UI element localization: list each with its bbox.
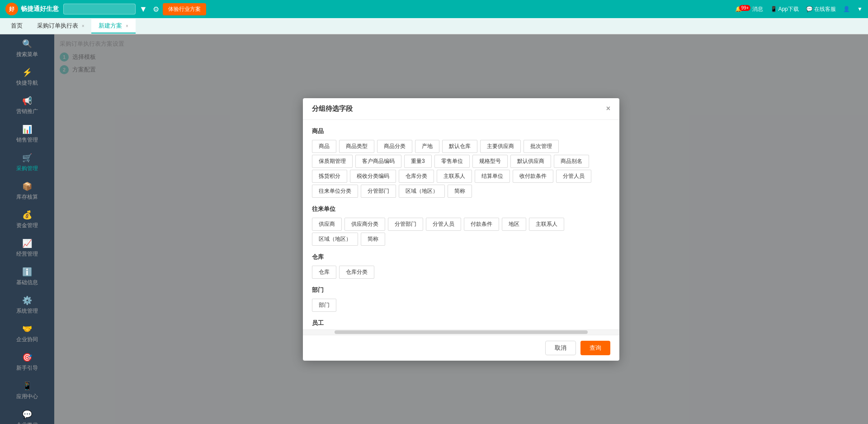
app-name: 畅捷通好生意 bbox=[21, 5, 59, 13]
group-fields-goods-4: 往来单位分类 分管部门 区域（地区） 简称 bbox=[312, 185, 610, 198]
message-action[interactable]: 🔔99+ 消息 bbox=[735, 5, 763, 13]
apps-icon: 📱 bbox=[22, 381, 32, 391]
sidebar-item-basicinfo[interactable]: ℹ️ 基础信息 bbox=[0, 262, 54, 291]
field-tag[interactable]: 仓库 bbox=[312, 266, 336, 279]
modal-body[interactable]: 商品 商品 商品类型 商品分类 产地 默认仓库 主要供应商 批次管理 保质期管理… bbox=[303, 120, 619, 329]
settings-icon[interactable]: ⚙ bbox=[153, 5, 159, 14]
field-selection-modal: 分组待选字段 × 商品 商品 商品类型 商品分类 产地 默认仓库 主要供应商 批… bbox=[303, 98, 619, 361]
guide-icon: 🎯 bbox=[22, 353, 32, 362]
logo-icon: 好 bbox=[5, 3, 18, 15]
field-tag[interactable]: 部门 bbox=[312, 299, 336, 312]
app-download-action[interactable]: 📱 App下载 bbox=[770, 5, 799, 13]
sidebar-item-inventory[interactable]: 📦 库存核算 bbox=[0, 177, 54, 205]
group-title-goods: 商品 bbox=[312, 127, 610, 135]
field-tag[interactable]: 收付款条件 bbox=[513, 170, 553, 183]
sidebar-item-quicknav[interactable]: ⚡ 快捷导航 bbox=[0, 63, 54, 91]
sidebar-label-finance: 资金管理 bbox=[16, 222, 38, 229]
group-title-partner: 往来单位 bbox=[312, 205, 610, 213]
sidebar-item-sales[interactable]: 📊 销售管理 bbox=[0, 120, 54, 148]
field-tag[interactable]: 默认仓库 bbox=[442, 140, 477, 153]
field-tag[interactable]: 商品分类 bbox=[377, 140, 412, 153]
top-actions: 🔔99+ 消息 📱 App下载 💬 在线客服 👤 ▼ bbox=[735, 5, 863, 13]
tab-home[interactable]: 首页 bbox=[4, 19, 30, 33]
field-tag[interactable]: 批次管理 bbox=[524, 140, 559, 153]
top-navigation: 好 畅捷通好生意 ▼ ⚙ 体验行业方案 🔔99+ 消息 📱 App下载 💬 在线… bbox=[0, 0, 868, 18]
tab-bar: 首页 采购订单执行表 × 新建方案 × bbox=[0, 18, 868, 34]
quicknav-icon: ⚡ bbox=[22, 67, 32, 77]
confirm-button[interactable]: 查询 bbox=[580, 341, 610, 355]
field-tag[interactable]: 规格型号 bbox=[472, 155, 508, 168]
field-tag[interactable]: 商品别名 bbox=[554, 155, 589, 168]
field-tag[interactable]: 零售单位 bbox=[434, 155, 470, 168]
field-tag[interactable]: 结算单位 bbox=[475, 170, 510, 183]
field-tag[interactable]: 简称 bbox=[448, 185, 472, 198]
sidebar-item-search[interactable]: 🔍 搜索菜单 bbox=[0, 34, 54, 63]
field-tag[interactable]: 区域（地区） bbox=[399, 185, 445, 198]
field-tag[interactable]: 地区 bbox=[502, 218, 526, 231]
field-tag[interactable]: 简称 bbox=[361, 233, 385, 246]
field-tag[interactable]: 主联系人 bbox=[437, 170, 472, 183]
field-tag[interactable]: 区域（地区） bbox=[312, 233, 358, 246]
search-dropdown-icon[interactable]: ▼ bbox=[139, 5, 147, 14]
user-avatar[interactable]: 👤 bbox=[843, 6, 850, 12]
sidebar-label-operations: 经营管理 bbox=[16, 250, 38, 258]
field-tag[interactable]: 商品 bbox=[312, 140, 336, 153]
main-layout: 🔍 搜索菜单 ⚡ 快捷导航 📢 营销推广 📊 销售管理 🛒 采购管理 📦 库存核… bbox=[0, 34, 868, 424]
group-fields-warehouse: 仓库 仓库分类 bbox=[312, 266, 610, 279]
tab-purchase-order[interactable]: 采购订单执行表 × bbox=[30, 19, 91, 33]
sidebar-item-system[interactable]: ⚙️ 系统管理 bbox=[0, 291, 54, 319]
field-tag[interactable]: 供应商分类 bbox=[344, 218, 385, 231]
field-tag[interactable]: 重量3 bbox=[404, 155, 432, 168]
notification-badge: 99+ bbox=[739, 5, 750, 11]
field-tag[interactable]: 仓库分类 bbox=[339, 266, 374, 279]
user-menu-arrow[interactable]: ▼ bbox=[857, 6, 863, 12]
field-tag[interactable]: 默认供应商 bbox=[510, 155, 551, 168]
sidebar-label-basicinfo: 基础信息 bbox=[16, 279, 38, 286]
sidebar-item-apps[interactable]: 📱 应用中心 bbox=[0, 376, 54, 405]
tab-close-purchase[interactable]: × bbox=[82, 24, 85, 29]
field-tag[interactable]: 主要供应商 bbox=[480, 140, 521, 153]
modal-close-btn[interactable]: × bbox=[606, 105, 610, 113]
field-tag[interactable]: 主联系人 bbox=[529, 218, 564, 231]
tab-close-new-plan[interactable]: × bbox=[126, 24, 128, 29]
sidebar-label-apps: 应用中心 bbox=[16, 393, 38, 400]
sidebar: 🔍 搜索菜单 ⚡ 快捷导航 📢 营销推广 📊 销售管理 🛒 采购管理 📦 库存核… bbox=[0, 34, 54, 424]
field-tag[interactable]: 往来单位分类 bbox=[312, 185, 358, 198]
finance-icon: 💰 bbox=[22, 210, 32, 220]
sidebar-label-purchase: 采购管理 bbox=[16, 165, 38, 172]
inventory-icon: 📦 bbox=[22, 181, 32, 191]
sales-icon: 📊 bbox=[22, 124, 32, 134]
field-tag[interactable]: 分管部门 bbox=[388, 218, 423, 231]
online-service-action[interactable]: 💬 在线客服 bbox=[806, 5, 836, 13]
field-tag[interactable]: 保质期管理 bbox=[312, 155, 353, 168]
field-tag[interactable]: 拣货积分 bbox=[312, 170, 347, 183]
sidebar-item-operations[interactable]: 📈 经营管理 bbox=[0, 234, 54, 262]
field-tag[interactable]: 分管部门 bbox=[361, 185, 396, 198]
sidebar-label-sales: 销售管理 bbox=[16, 136, 38, 144]
field-tag[interactable]: 付款条件 bbox=[464, 218, 499, 231]
field-tag[interactable]: 分管人员 bbox=[426, 218, 461, 231]
field-tag[interactable]: 商品类型 bbox=[339, 140, 374, 153]
sidebar-item-wechat[interactable]: 💬 企业微信 bbox=[0, 405, 54, 424]
field-tag[interactable]: 税收分类编码 bbox=[350, 170, 396, 183]
sidebar-item-guide[interactable]: 🎯 新手引导 bbox=[0, 348, 54, 376]
field-tag[interactable]: 供应商 bbox=[312, 218, 342, 231]
field-tag[interactable]: 客户商品编码 bbox=[355, 155, 401, 168]
field-tag[interactable]: 产地 bbox=[415, 140, 439, 153]
group-title-employee: 员工 bbox=[312, 319, 610, 327]
sidebar-item-marketing[interactable]: 📢 营销推广 bbox=[0, 91, 54, 120]
group-fields-goods: 商品 商品类型 商品分类 产地 默认仓库 主要供应商 批次管理 bbox=[312, 140, 610, 153]
sidebar-item-finance[interactable]: 💰 资金管理 bbox=[0, 205, 54, 234]
global-search-input[interactable] bbox=[63, 4, 136, 14]
app-logo: 好 畅捷通好生意 bbox=[5, 3, 60, 15]
basicinfo-icon: ℹ️ bbox=[22, 267, 32, 277]
tab-new-plan[interactable]: 新建方案 × bbox=[91, 19, 135, 33]
group-fields-goods-2: 保质期管理 客户商品编码 重量3 零售单位 规格型号 默认供应商 商品别名 bbox=[312, 155, 610, 168]
field-tag[interactable]: 分管人员 bbox=[556, 170, 591, 183]
modal-horizontal-scrollbar[interactable] bbox=[303, 329, 619, 335]
sidebar-item-purchase[interactable]: 🛒 采购管理 bbox=[0, 148, 54, 177]
sidebar-item-collab[interactable]: 🤝 企业协同 bbox=[0, 319, 54, 348]
cancel-button[interactable]: 取消 bbox=[545, 341, 576, 355]
experience-btn[interactable]: 体验行业方案 bbox=[163, 3, 206, 15]
field-tag[interactable]: 仓库分类 bbox=[399, 170, 434, 183]
